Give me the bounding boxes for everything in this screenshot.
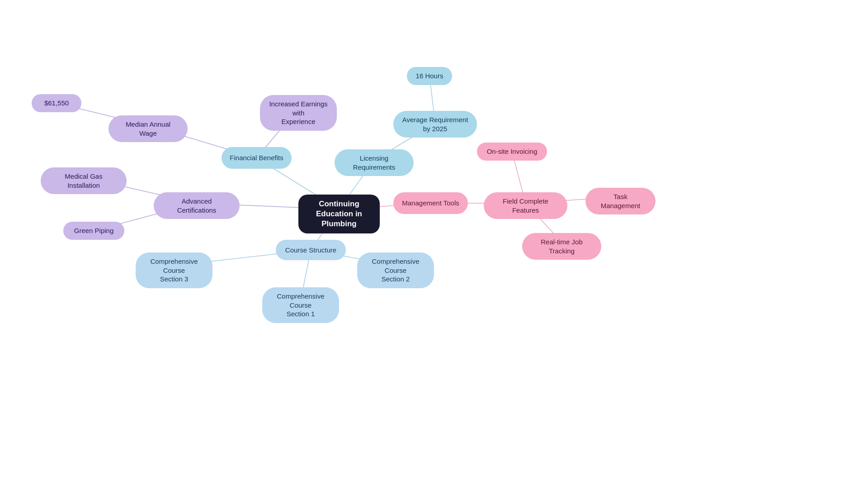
node-label-onsite-invoicing: On-site Invoicing — [487, 147, 538, 156]
node-course-section-1: Comprehensive Course Section 1 — [262, 287, 339, 323]
node-label-management-tools: Management Tools — [402, 199, 459, 208]
node-label-field-complete: Field Complete Features — [492, 197, 559, 214]
node-task-management: Task Management — [585, 188, 656, 214]
node-label-center: Continuing Education in Plumbing — [307, 199, 372, 229]
node-label-licensing-requirements: Licensing Requirements — [343, 154, 406, 171]
node-median-wage: Median Annual Wage — [108, 115, 188, 142]
node-label-medical-gas: Medical Gas Installation — [49, 172, 118, 190]
node-course-structure: Course Structure — [276, 240, 346, 260]
node-label-green-piping: Green Piping — [74, 226, 114, 235]
node-course-section-3: Comprehensive Course Section 3 — [136, 252, 212, 288]
node-label-course-section-1: Comprehensive Course Section 1 — [270, 292, 331, 319]
node-onsite-invoicing: On-site Invoicing — [477, 143, 547, 161]
node-label-salary: $61,550 — [44, 99, 69, 108]
node-label-course-section-3: Comprehensive Course Section 3 — [144, 257, 204, 284]
node-label-task-management: Task Management — [594, 192, 647, 210]
node-hours: 16 Hours — [407, 67, 452, 85]
node-label-advanced-certifications: Advanced Certifications — [162, 197, 231, 214]
node-salary: $61,550 — [32, 94, 81, 112]
node-licensing-requirements: Licensing Requirements — [335, 149, 414, 176]
node-center: Continuing Education in Plumbing — [298, 195, 380, 233]
node-green-piping: Green Piping — [63, 222, 124, 240]
node-label-course-structure: Course Structure — [285, 246, 336, 255]
node-label-hours: 16 Hours — [416, 71, 443, 81]
node-realtime-tracking: Real-time Job Tracking — [522, 233, 601, 260]
node-label-increased-earnings: Increased Earnings with Experience — [268, 100, 329, 126]
node-label-avg-requirement: Average Requirement by 2025 — [401, 115, 469, 133]
mindmap-container: Continuing Education in PlumbingFinancia… — [0, 0, 868, 490]
node-increased-earnings: Increased Earnings with Experience — [260, 95, 337, 131]
node-financial-benefits: Financial Benefits — [222, 147, 292, 169]
node-label-financial-benefits: Financial Benefits — [230, 153, 283, 162]
node-avg-requirement: Average Requirement by 2025 — [393, 111, 477, 138]
node-label-realtime-tracking: Real-time Job Tracking — [530, 238, 593, 255]
node-label-median-wage: Median Annual Wage — [117, 120, 179, 138]
node-label-course-section-2: Comprehensive Course Section 2 — [365, 257, 426, 284]
node-management-tools: Management Tools — [393, 192, 468, 214]
node-medical-gas: Medical Gas Installation — [41, 167, 127, 194]
node-course-section-2: Comprehensive Course Section 2 — [357, 252, 434, 288]
node-advanced-certifications: Advanced Certifications — [154, 192, 240, 219]
node-field-complete: Field Complete Features — [484, 192, 567, 219]
